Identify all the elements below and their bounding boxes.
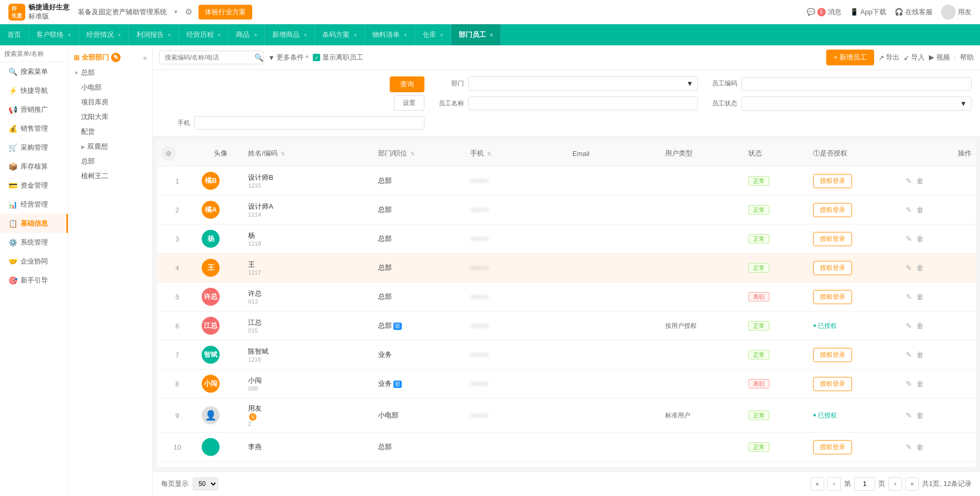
sidebar-item-经营管理[interactable]: 📊经营管理 [0, 195, 68, 214]
gear-icon[interactable]: ⚙ [185, 7, 192, 17]
tab-close-icon[interactable]: × [304, 32, 307, 38]
phone-sort-icon[interactable]: ⇅ [487, 151, 491, 157]
authorize-button[interactable]: 授权登录 [813, 174, 852, 188]
tab-close-icon[interactable]: × [118, 32, 121, 38]
th-settings[interactable]: ⚙ [157, 141, 197, 167]
authorize-button[interactable]: 授权登录 [813, 440, 852, 454]
dept-node-项目库房[interactable]: 项目库房 [68, 95, 152, 110]
sidebar-item-快捷导航[interactable]: ⚡快捷导航 [0, 81, 68, 100]
emp-status-select[interactable]: ▼ [741, 96, 972, 111]
export-button[interactable]: ↗ 导出 [878, 53, 899, 62]
dept-node-双鹿想[interactable]: ▶双鹿想 [68, 139, 152, 154]
search-input[interactable] [160, 51, 254, 64]
sidebar-item-营销推广[interactable]: 📢营销推广 [0, 100, 68, 119]
nav-tab-新增商品[interactable]: 新增商品× [265, 24, 315, 45]
th-dept[interactable]: 部门/职位 ⇅ [374, 141, 467, 167]
dept-node-总部[interactable]: ▼总部 [68, 65, 152, 80]
authorize-button[interactable]: 授权登录 [813, 377, 852, 391]
edit-icon[interactable]: ✎ [906, 264, 912, 272]
dept-collapse-btn[interactable]: « [143, 54, 147, 62]
import-button[interactable]: ↙ 导入 [904, 53, 925, 62]
authorize-button[interactable]: 授权登录 [813, 203, 852, 217]
tab-close-icon[interactable]: × [254, 32, 257, 38]
search-button[interactable]: 查询 [390, 76, 424, 92]
sidebar-search-input[interactable] [4, 50, 68, 57]
sidebar-item-采购管理[interactable]: 🛒采购管理 [0, 138, 68, 157]
sidebar-item-销售管理[interactable]: 💰销售管理 [0, 119, 68, 138]
nav-tab-客户联络[interactable]: 客户联络× [29, 24, 79, 45]
sidebar-item-资金管理[interactable]: 💳资金管理 [0, 176, 68, 195]
dept-node-沈阳大库[interactable]: 沈阳大库 [68, 110, 152, 124]
edit-icon[interactable]: ✎ [906, 293, 912, 301]
nav-tab-首页[interactable]: 首页 [0, 24, 29, 45]
delete-icon[interactable]: 🗑 [916, 411, 924, 420]
nav-tab-利润报告[interactable]: 利润报告× [129, 24, 179, 45]
edit-icon[interactable]: ✎ [906, 322, 912, 330]
nav-tab-经营历程[interactable]: 经营历程× [179, 24, 229, 45]
tab-close-icon[interactable]: × [68, 32, 71, 38]
sidebar-item-企业协同[interactable]: 🤝企业协同 [0, 252, 68, 271]
delete-icon[interactable]: 🗑 [916, 235, 924, 243]
dept-sort-icon[interactable]: ⇅ [410, 151, 414, 157]
authorize-button[interactable]: 授权登录 [813, 261, 852, 275]
dept-node-小电部[interactable]: 小电部 [68, 80, 152, 95]
nav-tab-经营情况[interactable]: 经营情况× [79, 24, 129, 45]
page-size-select[interactable]: 50 [193, 478, 218, 490]
edit-icon[interactable]: ✎ [906, 351, 912, 359]
delete-icon[interactable]: 🗑 [916, 206, 924, 214]
tab-close-icon[interactable]: × [168, 32, 171, 38]
delete-icon[interactable]: 🗑 [916, 380, 924, 388]
add-employee-button[interactable]: + 新增员工 [826, 50, 874, 65]
th-name[interactable]: 姓名/编码 ⇅ [244, 141, 373, 167]
tab-close-icon[interactable]: × [354, 32, 357, 38]
dept-node-植树王二[interactable]: 植树王二 [68, 169, 152, 183]
edit-icon[interactable]: ✎ [906, 235, 912, 243]
nav-tab-仓库[interactable]: 仓库× [415, 24, 451, 45]
delete-icon[interactable]: 🗑 [916, 264, 924, 272]
user-action[interactable]: 用友 [941, 5, 972, 20]
tab-close-icon[interactable]: × [404, 32, 407, 38]
sidebar-item-搜索菜单[interactable]: 🔍搜索菜单 [0, 62, 68, 81]
settings-button[interactable]: 设置 [394, 95, 424, 111]
nav-tab-部门员工[interactable]: 部门员工× [451, 24, 501, 45]
delete-icon[interactable]: 🗑 [916, 322, 924, 330]
authorize-button[interactable]: 授权登录 [813, 348, 852, 362]
page-input[interactable] [854, 477, 875, 491]
th-phone[interactable]: 手机 ⇅ [466, 141, 568, 167]
system-title-arrow[interactable]: ▼ [173, 9, 179, 15]
table-settings-icon[interactable]: ⚙ [161, 146, 176, 161]
last-page-btn[interactable]: » [905, 477, 919, 491]
phone-input[interactable] [194, 116, 424, 130]
authorize-button[interactable]: 授权登录 [813, 290, 852, 304]
sidebar-item-基础信息[interactable]: 📋基础信息 [0, 214, 68, 233]
edit-icon[interactable]: ✎ [906, 411, 912, 420]
message-action[interactable]: 💬 5 消息 [807, 7, 842, 17]
experience-button[interactable]: 体验行业方案 [199, 5, 252, 20]
dept-edit-icon[interactable]: ✎ [111, 53, 121, 62]
delete-icon[interactable]: 🗑 [916, 177, 924, 185]
delete-icon[interactable]: 🗑 [916, 443, 924, 451]
online-service-action[interactable]: 🎧 在线客服 [895, 7, 933, 17]
edit-icon[interactable]: ✎ [906, 380, 912, 388]
next-page-btn[interactable]: › [888, 477, 902, 491]
app-download-action[interactable]: 📱 App下载 [850, 7, 886, 17]
tab-close-icon[interactable]: × [218, 32, 221, 38]
prev-page-btn[interactable]: ‹ [827, 477, 841, 491]
emp-code-input[interactable] [741, 77, 972, 91]
delete-icon[interactable]: 🗑 [916, 293, 924, 301]
help-button[interactable]: 帮助 [960, 53, 974, 62]
nav-tab-商品[interactable]: 商品× [229, 24, 265, 45]
show-inactive-toggle[interactable]: ✓ 显示离职员工 [313, 53, 363, 62]
edit-icon[interactable]: ✎ [906, 206, 912, 214]
nav-tab-条码方案[interactable]: 条码方案× [315, 24, 365, 45]
edit-icon[interactable]: ✎ [906, 177, 912, 185]
authorize-button[interactable]: 授权登录 [813, 232, 852, 246]
name-sort-icon[interactable]: ⇅ [281, 151, 285, 157]
delete-icon[interactable]: 🗑 [916, 351, 924, 359]
search-button[interactable]: 🔍 [254, 53, 263, 62]
first-page-btn[interactable]: « [810, 477, 824, 491]
filter-button[interactable]: ▼ 更多条件 ^ [268, 53, 309, 62]
dept-node-总部[interactable]: 总部 [68, 154, 152, 169]
nav-tab-物料清单[interactable]: 物料清单× [365, 24, 415, 45]
sidebar-item-新手引导[interactable]: 🎯新手引导 [0, 271, 68, 290]
